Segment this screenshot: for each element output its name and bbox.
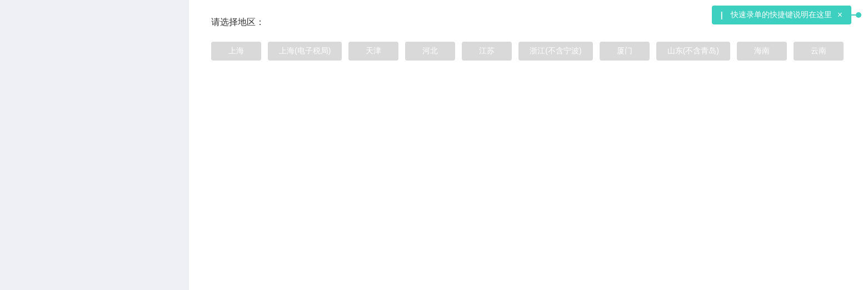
left-sidebar xyxy=(0,0,189,290)
tooltip-banner: 快速录单的快捷键说明在这里 × xyxy=(712,6,851,24)
region-buttons: 上海上海(电子税局)天津河北江苏浙江(不含宁波)厦门山东(不含青岛)海南云南 xyxy=(211,42,846,61)
region-button-hebei[interactable]: 河北 xyxy=(405,42,455,61)
tooltip-text: 快速录单的快捷键说明在这里 xyxy=(731,10,832,20)
tooltip-dot xyxy=(856,12,861,18)
region-button-jiangsu[interactable]: 江苏 xyxy=(462,42,512,61)
region-button-hainan[interactable]: 海南 xyxy=(737,42,787,61)
tooltip-line xyxy=(846,14,856,16)
tooltip-close-button[interactable]: × xyxy=(837,11,842,19)
main-content: 请选择地区： 上海上海(电子税局)天津河北江苏浙江(不含宁波)厦门山东(不含青岛… xyxy=(189,0,868,290)
region-button-shanghai-etax[interactable]: 上海(电子税局) xyxy=(268,42,342,61)
region-button-shanghai[interactable]: 上海 xyxy=(211,42,261,61)
region-button-yunnan[interactable]: 云南 xyxy=(794,42,844,61)
region-button-zhejiang[interactable]: 浙江(不含宁波) xyxy=(518,42,592,61)
region-button-shandong[interactable]: 山东(不含青岛) xyxy=(656,42,730,61)
region-button-xiamen[interactable]: 厦门 xyxy=(600,42,650,61)
region-button-tianjin[interactable]: 天津 xyxy=(348,42,398,61)
